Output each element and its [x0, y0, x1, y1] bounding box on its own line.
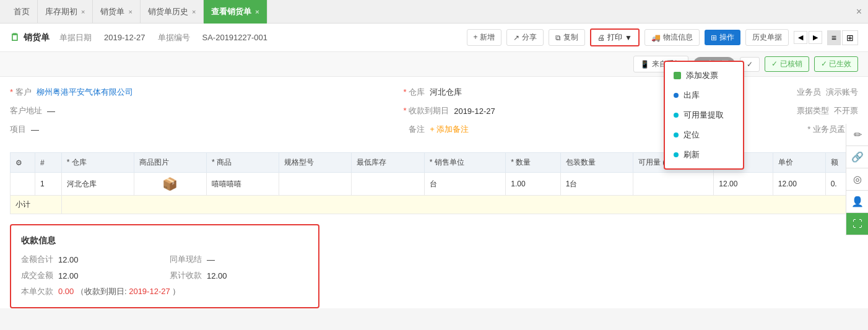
subtotal-empty — [61, 196, 857, 214]
tab-close-history[interactable]: × — [192, 8, 196, 15]
dot-blue-icon — [674, 93, 679, 98]
total-amount-row: 金额合计 12.00 — [21, 254, 160, 265]
check-icon: ✓ — [747, 60, 753, 69]
row-gear — [11, 173, 35, 196]
staff-value: 演示账号 — [826, 87, 858, 98]
subtotal-label: 小计 — [11, 196, 62, 214]
current-due-date: 2019-12-27 — [129, 287, 170, 296]
nav-arrows: ◀ ▶ — [794, 31, 822, 44]
project-field: 项目 — — [10, 124, 389, 135]
dropdown-locate[interactable]: 定位 — [665, 125, 743, 145]
payment-section: 收款信息 金额合计 12.00 同单现结 — 成交金额 12.00 累计收款 1… — [10, 224, 319, 308]
row-num: 1 — [35, 173, 62, 196]
address-label: 客户地址 — [10, 105, 42, 116]
col-min-stock: 最低库存 — [352, 153, 424, 173]
square-icon — [674, 72, 681, 79]
dropdown-available-qty[interactable]: 可用量提取 — [665, 105, 743, 125]
list-view-btn[interactable]: ≡ — [827, 30, 841, 45]
row-current-stock: 12.00 — [714, 173, 773, 196]
current-due-label: 本单欠款 — [21, 286, 53, 297]
row-product-image: 📦 — [134, 173, 206, 196]
customer-value[interactable]: 柳州粤港平安气体有限公司 — [37, 87, 133, 98]
tab-sales-order[interactable]: 销货单 × — [93, 0, 140, 24]
person-sidebar-btn[interactable]: 👤 — [846, 191, 868, 213]
dropdown-add-invoice[interactable]: 添加发票 — [665, 66, 743, 85]
row-available — [633, 173, 713, 196]
dot-cyan-icon-1 — [674, 113, 679, 118]
copy-button[interactable]: ⧉ 复制 — [549, 29, 585, 46]
tab-close-view[interactable]: × — [255, 8, 259, 15]
subtotal-row: 小计 — [11, 196, 858, 214]
ticket-type-value: 不开票 — [834, 105, 858, 116]
right-sidebar: ✏ 🔗 ◎ 👤 ⛶ — [846, 124, 868, 235]
dropdown-refresh[interactable]: 刷新 — [665, 145, 743, 165]
tab-close-inventory[interactable]: × — [81, 8, 85, 15]
customer-field: 客户 柳州粤港平安气体有限公司 — [10, 87, 384, 98]
expand-icon: ⛶ — [853, 219, 862, 230]
staff-area: 业务员 演示账号 — [797, 87, 858, 98]
payment-title: 收款信息 — [21, 235, 308, 246]
link-sidebar-btn[interactable]: 🔗 — [846, 146, 868, 168]
row-min-stock — [352, 173, 424, 196]
date-label: 单据日期 — [59, 32, 92, 43]
doc-meta: 单据日期 2019-12-27 单据编号 SA-20191227-001 — [59, 32, 267, 43]
customer-label: 客户 — [10, 87, 32, 98]
next-button[interactable]: ▶ — [809, 31, 822, 44]
current-due-row: 本单欠款 0.00 （收款到期日: 2019-12-27 ） — [21, 286, 308, 297]
share-button[interactable]: ↗ 分享 — [506, 29, 544, 46]
logistics-button[interactable]: 🚚 物流信息 — [644, 29, 700, 46]
warehouse-label: 仓库 — [404, 87, 425, 98]
global-close-button[interactable]: × — [856, 6, 862, 17]
circle-sidebar-btn[interactable]: ◎ — [846, 168, 868, 191]
transaction-amount-value: 12.00 — [58, 271, 79, 280]
current-due-parens: （收款到期日: — [76, 287, 129, 296]
dropdown-locate-label: 定位 — [684, 129, 700, 141]
note-add[interactable]: + 添加备注 — [430, 124, 469, 135]
tab-home[interactable]: 首页 — [6, 0, 38, 24]
row-spec — [279, 173, 352, 196]
payment-due-label: 收款到期日 — [404, 105, 449, 116]
current-due-value: 0.00 （收款到期日: 2019-12-27 ） — [58, 286, 180, 297]
link-icon: 🔗 — [851, 151, 864, 163]
new-button[interactable]: + 新增 — [467, 29, 501, 46]
tab-close-sales[interactable]: × — [128, 8, 132, 15]
expand-sidebar-btn[interactable]: ⛶ — [846, 213, 868, 235]
doc-icon: 🗒 — [10, 32, 20, 43]
col-sales-unit: * 销售单位 — [424, 153, 506, 173]
document-header: 🗒 销货单 单据日期 2019-12-27 单据编号 SA-20191227-0… — [0, 24, 868, 52]
history-button[interactable]: 历史单据 — [745, 29, 789, 46]
col-gear: ⚙ — [11, 153, 35, 173]
cumulative-receipt-label: 累计收款 — [170, 270, 202, 281]
row-warehouse: 河北仓库 — [61, 173, 134, 196]
total-amount-label: 金额合计 — [21, 254, 53, 265]
row-sales-unit: 台 — [424, 173, 506, 196]
tab-inventory-init[interactable]: 库存期初 × — [38, 0, 93, 24]
print-arrow-icon: ▼ — [625, 33, 632, 42]
col-product: * 商品 — [207, 153, 279, 173]
prev-button[interactable]: ◀ — [794, 31, 807, 44]
effective-badge: ✓ 已生效 — [814, 56, 858, 72]
dropdown-available-qty-label: 可用量提取 — [684, 110, 724, 121]
transaction-amount-row: 成交金额 12.00 — [21, 270, 160, 281]
dot-cyan-icon-3 — [674, 152, 679, 157]
col-quantity: * 数量 — [506, 153, 560, 173]
person-icon: 👤 — [851, 196, 864, 207]
staff-label: 业务员 — [797, 87, 821, 98]
operations-button[interactable]: ⊞ 操作 — [705, 30, 740, 45]
edit-sidebar-btn[interactable]: ✏ — [846, 124, 868, 146]
view-toggle: ≡ ⊞ — [827, 30, 858, 45]
print-button[interactable]: 🖨 打印 ▼ — [590, 28, 640, 46]
current-due-amount: 0.00 — [58, 287, 74, 296]
date-value: 2019-12-27 — [104, 33, 145, 42]
same-order-value: — — [207, 255, 215, 264]
tab-sales-history[interactable]: 销货单历史 × — [141, 0, 204, 24]
note-label: 备注 — [409, 124, 425, 135]
same-order-row: 同单现结 — — [170, 254, 308, 265]
current-due-close-paren: ） — [172, 287, 180, 296]
tab-view-sales[interactable]: 查看销货单 × — [204, 0, 267, 24]
col-warehouse: * 仓库 — [61, 153, 134, 173]
dropdown-outbound[interactable]: 出库 — [665, 85, 743, 105]
grid-icon: ⊞ — [711, 33, 717, 42]
dropdown-outbound-label: 出库 — [684, 90, 700, 101]
grid-view-btn[interactable]: ⊞ — [842, 30, 858, 45]
